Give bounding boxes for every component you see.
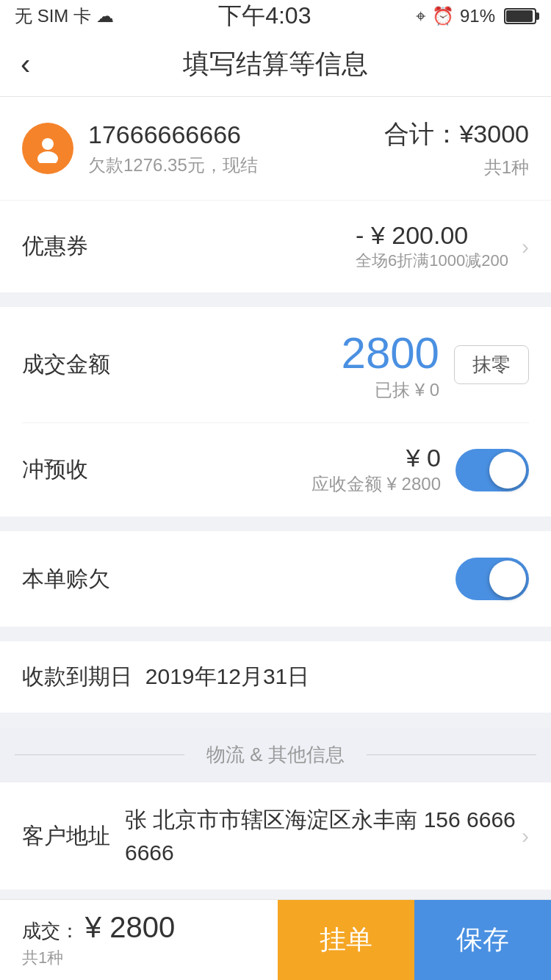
due-date-section: 收款到期日 2019年12月31日 <box>0 641 551 713</box>
alarm-icon: ⏰ <box>432 6 454 26</box>
customer-card: 17666666666 欠款1276.35元，现结 合计：¥3000 共1种 优… <box>0 97 551 292</box>
total-amount: 合计：¥3000 <box>384 118 529 151</box>
bottom-summary: 成交： ¥ 2800 共1种 <box>0 911 278 969</box>
back-button[interactable]: ‹ <box>21 48 30 81</box>
nav-bar: ‹ 填写结算等信息 <box>0 32 551 97</box>
due-date-value: 2019年12月31日 <box>145 664 309 688</box>
prepay-toggle[interactable] <box>455 449 529 491</box>
deal-amount-row: 成交金额 2800 已抹 ¥ 0 抹零 <box>22 307 529 423</box>
battery-percent: 91% <box>460 6 495 26</box>
credit-section: 本单赊欠 <box>0 531 551 627</box>
bottom-bar: 成交： ¥ 2800 共1种 挂单 保存 <box>0 899 551 980</box>
location-icon: ⌖ <box>416 6 426 26</box>
customer-phone: 17666666666 <box>88 120 258 149</box>
bottom-count: 共1种 <box>22 947 256 969</box>
logistics-divider: 物流 & 其他信息 <box>0 727 551 782</box>
deal-amount-value: 2800 <box>342 328 439 378</box>
credit-label: 本单赊欠 <box>22 564 110 594</box>
coupon-desc: 全场6折满1000减200 <box>356 250 508 272</box>
bottom-deal-label: 成交： <box>22 920 79 942</box>
avatar <box>22 123 73 174</box>
status-bar: 无 SIM 卡 ☁ 下午4:03 ⌖ ⏰ 91% <box>0 0 551 32</box>
address-section[interactable]: 客户地址 张 北京市市辖区海淀区永丰南 156 6666 6666 › <box>0 782 551 890</box>
divider-line-right <box>367 754 536 755</box>
address-value: 张 北京市市辖区海淀区永丰南 156 6666 6666 <box>125 803 516 869</box>
svg-point-1 <box>37 151 58 163</box>
prepay-row: 冲预收 ¥ 0 应收金额 ¥ 2800 <box>22 423 529 516</box>
page-title: 填写结算等信息 <box>183 46 368 82</box>
status-left: 无 SIM 卡 ☁ <box>15 4 114 28</box>
coupon-chevron-icon: › <box>522 234 529 259</box>
hang-order-button[interactable]: 挂单 <box>278 900 414 981</box>
no-sim-text: 无 SIM 卡 ☁ <box>15 4 114 28</box>
address-chevron-icon: › <box>522 824 529 849</box>
prepay-sub: 应收金额 ¥ 2800 <box>311 472 441 496</box>
bottom-amount: ¥ 2800 <box>85 911 175 943</box>
status-time: 下午4:03 <box>218 0 311 32</box>
due-date-label: 收款到期日 <box>22 664 132 688</box>
save-button[interactable]: 保存 <box>414 900 551 981</box>
deal-section: 成交金额 2800 已抹 ¥ 0 抹零 冲预收 ¥ 0 应收金额 ¥ 2800 <box>0 307 551 516</box>
prepay-label: 冲预收 <box>22 455 88 485</box>
divider-line-left <box>15 754 184 755</box>
coupon-row[interactable]: 优惠券 - ¥ 200.00 全场6折满1000减200 › <box>0 200 551 292</box>
coupon-label: 优惠券 <box>22 231 88 262</box>
round-zero-button[interactable]: 抹零 <box>454 345 529 384</box>
deal-amount-label: 成交金额 <box>22 350 110 380</box>
main-content: 17666666666 欠款1276.35元，现结 合计：¥3000 共1种 优… <box>0 97 551 980</box>
credit-row: 本单赊欠 <box>22 531 529 627</box>
prepay-amount: ¥ 0 <box>311 444 441 472</box>
total-count: 共1种 <box>384 156 529 179</box>
address-label: 客户地址 <box>22 821 110 851</box>
status-right: ⌖ ⏰ 91% <box>416 6 536 26</box>
customer-debt: 欠款1276.35元，现结 <box>88 154 258 177</box>
customer-row: 17666666666 欠款1276.35元，现结 合计：¥3000 共1种 <box>0 97 551 200</box>
coupon-discount: - ¥ 200.00 <box>356 221 508 250</box>
deal-amount-sub: 已抹 ¥ 0 <box>342 378 439 402</box>
svg-point-0 <box>42 138 54 150</box>
divider-text: 物流 & 其他信息 <box>199 742 352 768</box>
credit-toggle[interactable] <box>455 558 529 600</box>
battery-icon <box>504 8 536 24</box>
